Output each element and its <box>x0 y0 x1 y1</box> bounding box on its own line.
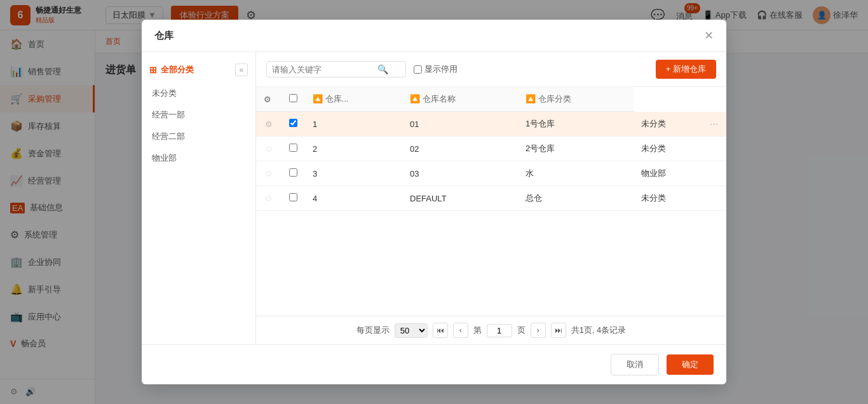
row-select-checkbox[interactable] <box>289 168 297 177</box>
add-warehouse-btn[interactable]: + 新增仓库 <box>656 60 716 79</box>
row-category: 未分类 <box>634 186 726 211</box>
row-name: 水 <box>518 161 634 186</box>
category-item-operations1[interactable]: 经营一部 <box>142 104 255 126</box>
collapse-btn[interactable]: « <box>235 64 248 76</box>
category-header: ⊞ 全部分类 « <box>142 60 255 83</box>
row-settings[interactable]: ⚙ <box>256 137 281 161</box>
row-code: DEFAULT <box>402 186 518 211</box>
row-checkbox-cell[interactable] <box>281 112 305 137</box>
pagination-bar: 每页显示 50 100 ⏮ ‹ 第 页 › ⏭ 共1页, 4条记录 <box>256 316 726 344</box>
page-label: 页 <box>517 325 526 336</box>
th-code[interactable]: 🔼 仓库... <box>305 87 402 112</box>
dialog-footer: 取消 确定 <box>142 344 726 384</box>
row-category: 物业部 <box>634 161 726 186</box>
page-number-input[interactable] <box>487 324 512 337</box>
table-row[interactable]: ⚙ 1 01 1号仓库 未分类 ··· <box>256 112 726 137</box>
search-box: 🔍 <box>266 61 406 77</box>
table-row[interactable]: ⚙ 2 02 2号仓库 未分类 <box>256 137 726 161</box>
dialog-body: ⊞ 全部分类 « 未分类 经营一部 经营二部 物业部 🔍 <box>142 52 726 344</box>
row-checkbox-cell[interactable] <box>281 137 305 161</box>
table-toolbar: 🔍 显示停用 + 新增仓库 <box>256 52 726 87</box>
select-all-checkbox[interactable] <box>289 94 297 102</box>
row-select-checkbox[interactable] <box>289 119 297 127</box>
row-num: 1 <box>305 112 402 137</box>
last-page-btn[interactable]: ⏭ <box>551 323 566 338</box>
row-code: 03 <box>402 161 518 186</box>
dialog-header: 仓库 ✕ <box>142 20 726 52</box>
next-page-btn[interactable]: › <box>531 323 546 338</box>
table-row[interactable]: ⚙ 4 DEFAULT 总仓 未分类 <box>256 186 726 211</box>
per-page-label: 每页显示 <box>356 325 390 336</box>
dialog-close-btn[interactable]: ✕ <box>704 29 714 43</box>
th-category[interactable]: 🔼 仓库分类 <box>518 87 634 112</box>
category-item-operations2[interactable]: 经营二部 <box>142 126 255 147</box>
row-num: 3 <box>305 161 402 186</box>
confirm-btn[interactable]: 确定 <box>667 354 714 375</box>
th-settings: ⚙ <box>256 87 281 112</box>
row-num: 2 <box>305 137 402 161</box>
first-page-btn[interactable]: ⏮ <box>433 323 448 338</box>
prev-page-btn[interactable]: ‹ <box>453 323 468 338</box>
category-item-property[interactable]: 物业部 <box>142 147 255 169</box>
row-settings[interactable]: ⚙ <box>256 112 281 137</box>
category-item-unclassified[interactable]: 未分类 <box>142 83 255 104</box>
row-checkbox-cell[interactable] <box>281 161 305 186</box>
th-name[interactable]: 🔼 仓库名称 <box>402 87 518 112</box>
th-checkbox <box>281 87 305 112</box>
page-word: 第 <box>473 325 482 336</box>
cancel-btn[interactable]: 取消 <box>611 354 659 375</box>
row-settings[interactable]: ⚙ <box>256 186 281 211</box>
category-all-label: 全部分类 <box>161 64 194 76</box>
total-label: 共1页, 4条记录 <box>571 325 627 336</box>
row-name: 1号仓库 <box>518 112 634 137</box>
table-row[interactable]: ⚙ 3 03 水 物业部 <box>256 161 726 186</box>
row-code: 01 <box>402 112 518 137</box>
dialog-overlay[interactable]: 仓库 ✕ ⊞ 全部分类 « 未分类 经营一部 经营二部 物业部 <box>0 0 868 404</box>
table-header-row: ⚙ 🔼 仓库... 🔼 仓库名称 <box>256 87 726 112</box>
table-panel: 🔍 显示停用 + 新增仓库 ⚙ <box>256 52 726 344</box>
dialog-title: 仓库 <box>154 30 173 42</box>
row-select-checkbox[interactable] <box>289 193 297 201</box>
search-icon: 🔍 <box>377 64 388 74</box>
warehouse-dialog: 仓库 ✕ ⊞ 全部分类 « 未分类 经营一部 经营二部 物业部 <box>142 20 726 384</box>
show-disabled-label[interactable]: 显示停用 <box>414 64 458 75</box>
row-code: 02 <box>402 137 518 161</box>
row-select-checkbox[interactable] <box>289 144 297 152</box>
row-category: 未分类 ··· <box>634 112 726 137</box>
category-panel: ⊞ 全部分类 « 未分类 经营一部 经营二部 物业部 <box>142 52 256 344</box>
row-name: 总仓 <box>518 186 634 211</box>
row-name: 2号仓库 <box>518 137 634 161</box>
per-page-select[interactable]: 50 100 <box>395 323 428 338</box>
row-category: 未分类 <box>634 137 726 161</box>
grid-icon: ⊞ <box>149 65 157 75</box>
show-disabled-checkbox[interactable] <box>414 65 422 74</box>
search-input[interactable] <box>272 65 374 74</box>
row-settings[interactable]: ⚙ <box>256 161 281 186</box>
category-all[interactable]: ⊞ 全部分类 <box>149 64 194 76</box>
warehouse-table: ⚙ 🔼 仓库... 🔼 仓库名称 <box>256 87 726 211</box>
table-scroll: ⚙ 🔼 仓库... 🔼 仓库名称 <box>256 87 726 316</box>
row-num: 4 <box>305 186 402 211</box>
row-checkbox-cell[interactable] <box>281 186 305 211</box>
row-more-btn[interactable]: ··· <box>710 119 719 128</box>
